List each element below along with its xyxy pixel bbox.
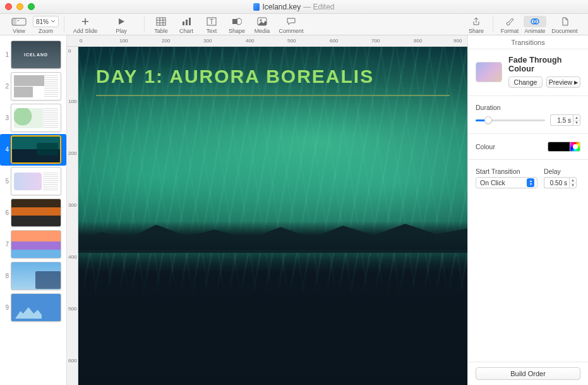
svg-rect-1 [12,18,16,25]
svg-point-11 [260,20,262,21]
chart-icon [181,17,191,26]
window-controls [5,3,35,10]
zoom-value: 81% [36,18,49,25]
svg-rect-2 [157,18,165,25]
brush-icon [505,17,515,26]
shape-label: Shape [229,28,245,34]
duration-slider[interactable] [476,119,545,121]
thumb-1: ICELAND [11,40,61,69]
ruler-vertical: 0 100 200 300 400 500 600 [67,47,78,385]
share-button[interactable]: Share [465,16,488,34]
thumb-3 [11,104,61,132]
play-button[interactable]: Play [104,16,139,34]
svg-rect-4 [186,20,188,25]
preview-button[interactable]: Preview▶ [546,76,580,88]
document-icon [253,3,260,11]
text-button[interactable]: T Text [200,16,223,34]
window-titlebar: Iceland.key — Edited [0,0,588,14]
document-label: Document [551,28,577,34]
duration-label: Duration [476,104,580,111]
thumb-7 [11,230,61,259]
format-label: Format [501,28,519,34]
media-button[interactable]: Media [251,16,273,34]
add-slide-label: Add Slide [73,28,98,34]
close-window-button[interactable] [5,3,12,10]
chevron-down-icon [51,20,56,23]
thumb-5 [11,167,61,195]
stepper-up-icon[interactable]: ▲ [570,178,576,183]
zoom-window-button[interactable] [28,3,35,10]
slide-navigator[interactable]: 1ICELAND 2 3 4 5 6 7 8 9 [0,35,67,385]
plus-icon [81,17,90,26]
transition-swatch[interactable] [476,62,502,82]
slide-thumbnail[interactable]: 8 [0,260,66,292]
colour-label: Colour [476,143,495,150]
thumb-2 [11,72,61,101]
document-icon [560,17,569,26]
animate-button[interactable]: Animate [524,16,546,34]
stepper-up-icon[interactable]: ▲ [573,115,580,121]
colour-well[interactable] [548,142,570,152]
table-icon [156,17,166,26]
slide-thumbnail[interactable]: 9 [0,292,66,324]
thumb-8 [11,262,61,290]
svg-rect-5 [189,18,191,25]
ruler-horizontal: 0 100 200 300 400 500 600 700 800 900 [67,35,467,47]
delay-stepper[interactable]: ▲▼ [569,177,577,188]
duration-stepper[interactable]: ▲▼ [573,114,580,126]
inspector-panel: Transitions Fade Through Colour Change P… [467,35,588,385]
thumb-9 [11,293,61,322]
select-arrows-icon: ▴▾ [527,178,534,187]
transition-name: Fade Through Colour [508,56,580,73]
delay-field[interactable]: 0.50 s [544,177,569,188]
text-label: Text [207,28,217,34]
format-button[interactable]: Format [498,16,521,34]
comment-button[interactable]: Comment [276,16,306,34]
zoom-label: Zoom [39,28,53,34]
comment-label: Comment [279,28,304,34]
text-icon: T [207,17,217,26]
view-label: View [13,28,25,34]
zoom-button[interactable]: 81% Zoom [33,16,59,34]
slide-thumbnail-selected[interactable]: 4 [0,134,66,166]
slider-knob[interactable] [484,116,492,124]
slide-title-text[interactable]: DAY 1: AURORA BOREALIS [96,66,374,87]
document-button[interactable]: Document [549,16,580,34]
delay-label: Delay [544,168,580,175]
slide-canvas[interactable]: DAY 1: AURORA BOREALIS [78,47,467,385]
table-button[interactable]: Table [150,16,172,34]
comment-icon [286,17,296,26]
stepper-down-icon[interactable]: ▼ [573,121,580,126]
canvas-area: 0 100 200 300 400 500 600 700 800 900 0 … [67,35,467,385]
duration-field[interactable]: 1.5 s [550,114,573,126]
stepper-down-icon[interactable]: ▼ [570,183,576,188]
svg-rect-3 [183,21,184,25]
inspector-header: Transitions [468,35,588,49]
share-icon [472,17,481,26]
view-button[interactable]: View [8,16,30,34]
play-icon [117,17,126,26]
thumb-4 [11,135,61,164]
minimize-window-button[interactable] [16,3,23,10]
slide-thumbnail[interactable]: 7 [0,229,66,260]
slide-thumbnail[interactable]: 5 [0,166,66,197]
slide-thumbnail[interactable]: 6 [0,197,66,229]
build-order-button[interactable]: Build Order [476,367,580,380]
current-slide[interactable]: DAY 1: AURORA BOREALIS [78,47,467,385]
table-label: Table [154,28,168,34]
chart-button[interactable]: Chart [175,16,198,34]
slide-divider-line [96,95,450,96]
slide-thumbnail[interactable]: 1ICELAND [0,39,66,71]
start-transition-select[interactable]: On Click ▴▾ [476,177,537,188]
add-slide-button[interactable]: Add Slide [69,16,101,34]
shape-icon [232,17,242,26]
change-button[interactable]: Change [508,76,543,88]
slide-thumbnail[interactable]: 2 [0,71,66,102]
view-icon [11,17,27,26]
colour-picker-icon[interactable] [570,142,580,152]
chart-label: Chart [179,28,193,34]
shape-button[interactable]: Shape [225,16,248,34]
toolbar: View 81% Zoom Add Slide Play Table Chart [0,14,588,35]
slide-thumbnail[interactable]: 3 [0,102,66,134]
play-label: Play [116,28,127,34]
